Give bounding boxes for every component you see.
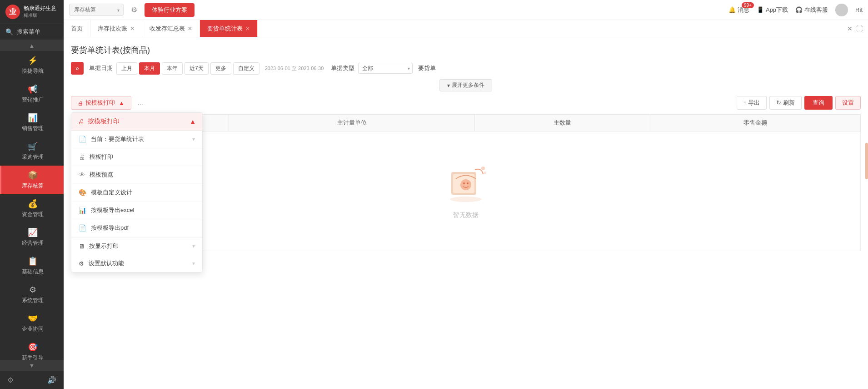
refresh-btn[interactable]: ↻ 刷新 xyxy=(769,96,802,110)
export-excel-label: 按模板导出excel xyxy=(91,206,134,214)
date-btn-more[interactable]: 更多 xyxy=(210,62,231,75)
export-btn[interactable]: ↑ 导出 xyxy=(737,96,767,110)
sidebar-item-system-label: 系统管理 xyxy=(22,297,44,304)
order-type-select[interactable]: 全部 xyxy=(358,63,413,74)
app-download-label: App下载 xyxy=(766,6,788,14)
download-icon: 📱 xyxy=(757,6,764,13)
tab-order-stats[interactable]: 要货单统计表 ✕ xyxy=(200,20,258,37)
template-preview-label: 模板预览 xyxy=(90,171,113,179)
window-maximize-icon[interactable]: ⛶ xyxy=(856,25,863,32)
date-btn-7days[interactable]: 近7天 xyxy=(185,62,209,75)
topbar-gear-icon[interactable]: ⚙ xyxy=(127,5,141,14)
print-btn-label: 按模板打印 xyxy=(85,99,115,107)
dropdown-header: 🖨 按模板打印 ▲ xyxy=(71,113,202,131)
sidebar-item-basics[interactable]: 📋 基础信息 xyxy=(0,252,64,280)
app-download-item[interactable]: 📱 App下载 xyxy=(757,6,788,14)
export-pdf-icon: 📄 xyxy=(79,224,86,232)
col-unit: 主计量单位 xyxy=(229,115,475,131)
sidebar-item-quick-nav[interactable]: ⚡ 快捷导航 xyxy=(0,51,64,80)
date-btn-this-month[interactable]: 本月 xyxy=(139,62,160,75)
app-logo-icon: 业 xyxy=(5,5,20,19)
printer-icon: 🖨 xyxy=(78,100,84,106)
sales-icon: 📊 xyxy=(28,113,38,123)
sidebar-item-enterprise-label: 企业协同 xyxy=(22,325,44,333)
more-btn[interactable]: ... xyxy=(135,97,146,108)
filter-expand-btn[interactable]: » xyxy=(71,62,84,75)
sidebar-bottom: ⚙ 🔊 xyxy=(0,371,64,389)
expand-more-btn[interactable]: ▾ 展开更多条件 xyxy=(439,79,492,91)
sidebar-item-sales[interactable]: 📊 销售管理 xyxy=(0,108,64,137)
svg-point-3 xyxy=(460,179,471,190)
date-btn-custom[interactable]: 自定义 xyxy=(233,62,259,75)
dropdown-current-label: 当前：要货单统计表 xyxy=(91,135,144,143)
sidebar-item-inventory[interactable]: 📦 库存核算 xyxy=(0,166,64,194)
sidebar-item-finance[interactable]: 💰 资金管理 xyxy=(0,194,64,223)
sidebar-nav: ⚡ 快捷导航 📢 营销推广 📊 销售管理 🛒 采购管理 📦 库存核算 💰 资金管… xyxy=(0,51,64,360)
window-btns: ✕ ⛶ xyxy=(842,25,868,32)
headset-icon: 🎧 xyxy=(795,6,803,13)
page-title: 要货单统计表(按商品) xyxy=(71,45,861,56)
breadcrumb-arrow-icon: ▾ xyxy=(117,7,120,12)
app-version: 标准版 xyxy=(24,12,56,19)
dropdown-set-default[interactable]: ⚙ 设置默认功能 ▾ xyxy=(71,255,202,272)
settings-btn[interactable]: 设置 xyxy=(835,96,861,110)
content-area: 要货单统计表(按商品) » 单据日期 上月 本月 本年 近7天 更多 自定义 2… xyxy=(64,37,868,389)
print-dropdown-panel: 🖨 按模板打印 ▲ 📄 当前：要货单统计表 ▾ 🖨 模板打印 xyxy=(71,112,203,273)
tab-receipt-summary-close[interactable]: ✕ xyxy=(188,25,192,32)
sidebar-item-quick-nav-label: 快捷导航 xyxy=(22,67,44,75)
tab-home[interactable]: 首页 xyxy=(64,20,90,37)
print-btn[interactable]: 🖨 按模板打印 ▲ xyxy=(71,96,131,110)
sidebar: 业 畅康通好生意 标准版 🔍 搜索菜单 ▲ ⚡ 快捷导航 📢 营销推广 📊 销售… xyxy=(0,0,64,389)
search-menu-item[interactable]: 🔍 搜索菜单 xyxy=(0,24,64,40)
sidebar-item-marketing-label: 营销推广 xyxy=(22,96,44,104)
scrollbar-thumb[interactable] xyxy=(865,143,868,179)
window-close-icon[interactable]: ✕ xyxy=(847,25,853,32)
dropdown-template-design[interactable]: 🎨 模板自定义设计 xyxy=(71,184,202,202)
query-btn[interactable]: 查询 xyxy=(804,96,833,110)
sidebar-item-purchase[interactable]: 🛒 采购管理 xyxy=(0,137,64,166)
dropdown-export-pdf[interactable]: 📄 按模板导出pdf xyxy=(71,219,202,237)
refresh-label: 刷新 xyxy=(783,99,795,106)
sidebar-item-guide[interactable]: 🎯 新手引导 xyxy=(0,338,64,360)
avatar[interactable] xyxy=(835,4,848,16)
date-btn-this-year[interactable]: 本年 xyxy=(162,62,183,75)
speaker-icon[interactable]: 🔊 xyxy=(47,376,56,384)
settings-icon[interactable]: ⚙ xyxy=(7,376,14,384)
sidebar-item-operations[interactable]: 📈 经营管理 xyxy=(0,223,64,252)
dropdown-current-item[interactable]: 📄 当前：要货单统计表 ▾ xyxy=(71,131,202,148)
tab-receipt-summary[interactable]: 收发存汇总表 ✕ xyxy=(142,20,200,37)
tabs-bar: 首页 库存批次账 ✕ 收发存汇总表 ✕ 要货单统计表 ✕ ✕ ⛶ xyxy=(64,20,868,37)
current-template-icon: 📄 xyxy=(79,136,86,143)
svg-point-0 xyxy=(450,197,482,202)
sidebar-item-marketing[interactable]: 📢 营销推广 xyxy=(0,80,64,108)
sidebar-item-basics-label: 基础信息 xyxy=(22,268,44,276)
tab-order-stats-close[interactable]: ✕ xyxy=(245,25,250,32)
toolbar-right: ↑ 导出 ↻ 刷新 查询 设置 xyxy=(737,96,861,110)
expand-more-label: 展开更多条件 xyxy=(452,81,484,89)
dropdown-template-preview[interactable]: 👁 模板预览 xyxy=(71,166,202,184)
dropdown-display-print[interactable]: 🖥 按显示打印 ▾ xyxy=(71,237,202,255)
empty-text: 暂无数据 xyxy=(453,211,479,219)
sidebar-scroll-up[interactable]: ▲ xyxy=(0,40,64,51)
dropdown-export-excel[interactable]: 📊 按模板导出excel xyxy=(71,202,202,219)
breadcrumb[interactable]: 库存核算 ▾ xyxy=(69,4,124,16)
notifications-item[interactable]: 🔔 消息 99+ xyxy=(728,6,749,14)
sidebar-scroll-down[interactable]: ▼ xyxy=(0,360,64,371)
export-label: 导出 xyxy=(748,99,760,106)
dropdown-close-icon[interactable]: ▲ xyxy=(190,118,196,125)
chevron-down-icon: ▾ xyxy=(447,82,450,89)
dropdown-template-print[interactable]: 🖨 模板打印 xyxy=(71,148,202,166)
sidebar-item-finance-label: 资金管理 xyxy=(22,211,44,218)
sidebar-item-system[interactable]: ⚙ 系统管理 xyxy=(0,280,64,309)
sidebar-item-enterprise[interactable]: 🤝 企业协同 xyxy=(0,309,64,338)
trial-btn[interactable]: 体验行业方案 xyxy=(145,3,195,17)
breadcrumb-text: 库存核算 xyxy=(74,6,96,13)
tab-batch-account-close[interactable]: ✕ xyxy=(130,25,135,32)
template-design-icon: 🎨 xyxy=(79,189,86,196)
tab-batch-account[interactable]: 库存批次账 ✕ xyxy=(90,20,142,37)
order-type-select-wrap: 全部 xyxy=(358,63,413,74)
svg-point-6 xyxy=(481,167,485,170)
display-print-label: 按显示打印 xyxy=(89,242,119,250)
online-service-item[interactable]: 🎧 在线客服 xyxy=(795,6,828,14)
date-btn-last-month[interactable]: 上月 xyxy=(116,62,137,75)
